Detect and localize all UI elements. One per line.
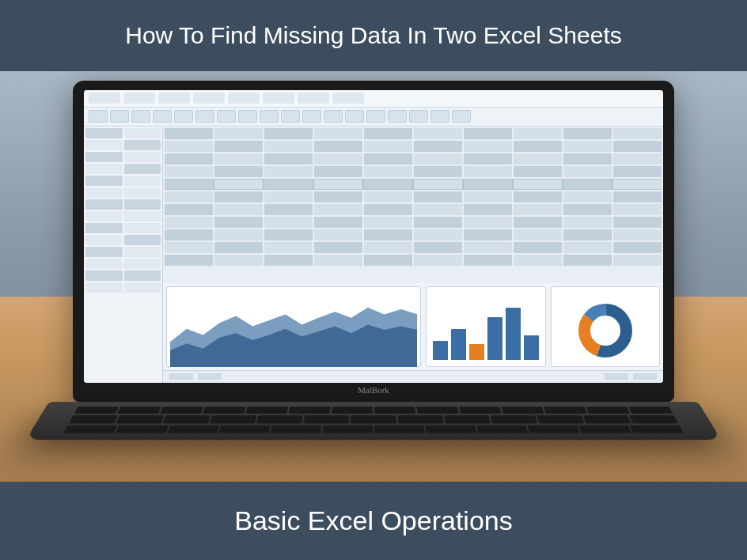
bar-item [506,308,521,359]
keyboard [63,406,684,433]
toolbar-button [345,110,364,123]
bar-item [524,335,539,360]
ribbon-tab [89,93,120,104]
row-labels-sidebar [84,127,163,383]
grid-row [165,229,662,240]
toolbar-button [430,110,449,123]
toolbar-button [195,110,214,123]
ribbon-tab [228,93,260,104]
laptop-base [26,402,722,440]
spreadsheet-app [84,90,663,383]
header-band: How To Find Missing Data In Two Excel Sh… [0,0,747,71]
bar-item [451,329,466,360]
spreadsheet-grid [163,127,663,383]
ribbon-tab [123,93,155,104]
toolbar-button [366,110,385,123]
area-chart [170,290,417,368]
bar-item [487,317,502,360]
footer-band: Basic Excel Operations [0,482,747,560]
app-toolbar [84,108,663,127]
bar-item [433,341,448,359]
grid-row [165,191,662,202]
hero-illustration: MalBork [0,71,747,482]
toolbar-button [324,110,343,123]
grid-row [165,153,662,165]
grid-row [165,141,662,152]
donut-chart-title [555,290,656,297]
toolbar-button [89,110,108,123]
bar-chart [430,299,542,363]
page-title: How To Find Missing Data In Two Excel Sh… [125,22,622,48]
svg-point-4 [585,310,627,352]
grid-row [165,242,662,253]
toolbar-button [281,110,300,123]
page-subtitle: Basic Excel Operations [234,505,513,535]
status-item [169,373,193,380]
bar-item [469,344,484,359]
status-item [605,373,628,380]
toolbar-button [260,110,279,123]
area-chart-panel [166,286,421,367]
toolbar-button [302,110,321,123]
bar-chart-title [430,290,542,297]
status-item [198,373,222,380]
laptop-bezel: MalBork [73,81,674,402]
laptop: MalBork [73,81,674,457]
ribbon-tab [193,93,225,104]
laptop-brand-label: MalBork [84,383,663,395]
grid-row [165,166,662,177]
ribbon-tab [158,93,190,104]
grid-row [165,217,662,228]
ribbon-tab [263,93,294,104]
status-bar [163,370,663,383]
ribbon-tab [298,93,329,104]
bar-chart-panel [426,286,546,367]
sheet-area [84,127,663,383]
donut-chart-panel [551,286,660,367]
toolbar-button [131,110,150,123]
charts-row [163,283,663,370]
toolbar-button [174,110,193,123]
ribbon-tab [332,93,364,104]
grid-header-row [165,128,662,139]
donut-chart [555,299,656,363]
grid-row [165,255,662,266]
toolbar-button [388,110,407,123]
toolbar-button [110,110,129,123]
toolbar-button [409,110,428,123]
grid-row-selected [165,179,662,190]
toolbar-button [153,110,172,123]
grid-row [165,204,662,215]
status-item [633,373,657,380]
toolbar-button [238,110,257,123]
toolbar-button [217,110,236,123]
app-ribbon [84,90,663,108]
toolbar-button [452,110,471,123]
